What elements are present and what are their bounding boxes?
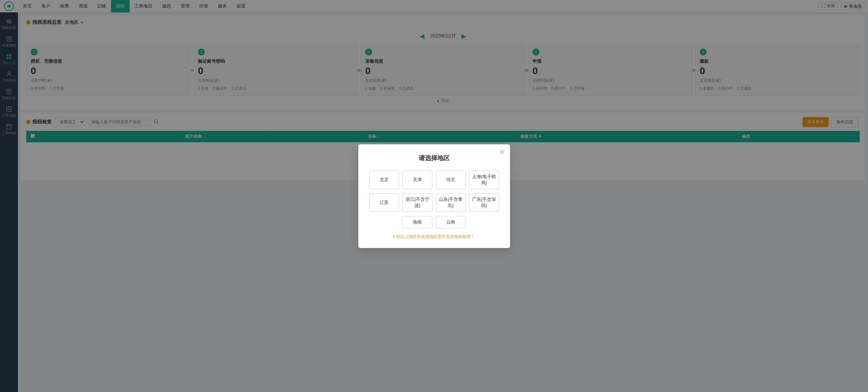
region-btn-beijing[interactable]: 北京 [369,171,399,189]
region-row-3: 海南 云南 [369,216,499,228]
region-btn-jiangsu[interactable]: 江苏 [369,193,399,212]
warning-icon: ℹ [393,234,395,239]
region-btn-shandong[interactable]: 山东(不含青岛) [436,193,466,212]
modal-title: 请选择地区 [369,154,499,162]
region-btn-guangdong[interactable]: 广东(不含深圳) [469,193,499,212]
region-row-1: 北京 天津 河北 上海(电子税局) [369,171,499,189]
region-btn-hebei[interactable]: 河北 [436,171,466,189]
modal-close-button[interactable]: ✕ [499,148,505,156]
modal-box: ✕ 请选择地区 北京 天津 河北 上海(电子税局) 江苏 浙江(不含宁波) 山东… [358,144,510,248]
region-btn-yunnan[interactable]: 云南 [436,216,466,228]
warning-text: ℹ 除以上地区外其他地区暂不支持报税检查！ [369,234,499,240]
region-btn-tianjin[interactable]: 天津 [402,171,432,189]
modal-overlay[interactable]: ✕ 请选择地区 北京 天津 河北 上海(电子税局) 江苏 浙江(不含宁波) 山东… [0,0,868,392]
region-row-2: 江苏 浙江(不含宁波) 山东(不含青岛) 广东(不含深圳) [369,193,499,212]
region-btn-hainan[interactable]: 海南 [402,216,432,228]
region-btn-shanghai[interactable]: 上海(电子税局) [469,171,499,189]
region-btn-zhejiang[interactable]: 浙江(不含宁波) [402,193,432,212]
